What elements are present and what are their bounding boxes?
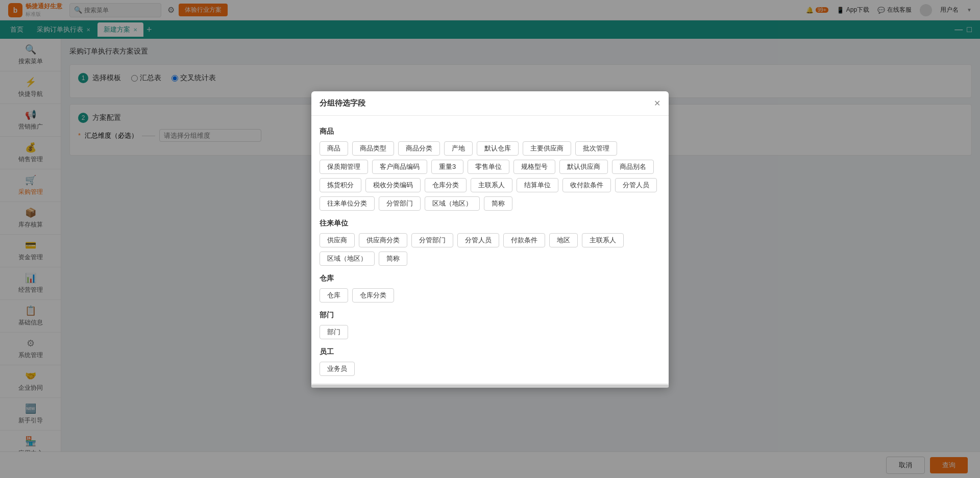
- dialog-title: 分组待选字段: [320, 98, 365, 108]
- dialog-overlay: 分组待选字段 ✕ 商品 商品 商品类型 商品分类 产地 默认仓库 主要供应商 批…: [0, 0, 980, 478]
- category-title-dept: 部门: [320, 311, 660, 320]
- field-tag[interactable]: 分管人员: [615, 178, 657, 192]
- horizontal-scrollbar[interactable]: [311, 384, 669, 387]
- field-tag[interactable]: 简称: [484, 196, 512, 211]
- field-tag[interactable]: 收付款条件: [562, 178, 611, 192]
- product-fields: 商品 商品类型 商品分类 产地 默认仓库 主要供应商 批次管理 保质期管理 客户…: [320, 141, 660, 211]
- field-select-dialog: 分组待选字段 ✕ 商品 商品 商品类型 商品分类 产地 默认仓库 主要供应商 批…: [311, 91, 669, 387]
- dept-fields: 部门: [320, 325, 660, 339]
- category-title-partner: 往来单位: [320, 219, 660, 228]
- field-tag[interactable]: 主联系人: [471, 178, 512, 192]
- field-tag[interactable]: 仓库分类: [352, 288, 394, 303]
- field-tag[interactable]: 拣货积分: [320, 178, 361, 192]
- field-tag[interactable]: 税收分类编码: [365, 178, 421, 192]
- field-tag[interactable]: 付款条件: [503, 233, 545, 247]
- partner-fields: 供应商 供应商分类 分管部门 分管人员 付款条件 地区 主联系人 区域（地区） …: [320, 233, 660, 266]
- field-tag[interactable]: 地区: [549, 233, 578, 247]
- field-tag[interactable]: 默认仓库: [477, 141, 519, 156]
- field-tag[interactable]: 商品: [320, 141, 348, 156]
- category-title-product: 商品: [320, 127, 660, 136]
- field-tag[interactable]: 客户商品编码: [372, 160, 427, 174]
- category-title-employee: 员工: [320, 347, 660, 357]
- field-tag[interactable]: 部门: [320, 325, 348, 339]
- dialog-header: 分组待选字段 ✕: [311, 91, 669, 116]
- field-tag[interactable]: 往来单位分类: [320, 196, 375, 211]
- field-tag[interactable]: 保质期管理: [320, 160, 368, 174]
- field-tag[interactable]: 零售单位: [468, 160, 509, 174]
- field-tag[interactable]: 主联系人: [582, 233, 624, 247]
- field-tag[interactable]: 分管部门: [379, 196, 421, 211]
- scrollbar-thumb[interactable]: [311, 385, 669, 388]
- field-tag[interactable]: 商品类型: [352, 141, 394, 156]
- field-tag[interactable]: 区域（地区）: [425, 196, 480, 211]
- field-tag[interactable]: 结算单位: [517, 178, 558, 192]
- field-tag[interactable]: 默认供应商: [559, 160, 608, 174]
- employee-fields: 业务员: [320, 362, 660, 376]
- field-tag[interactable]: 业务员: [320, 362, 355, 376]
- field-tag[interactable]: 区域（地区）: [320, 251, 375, 266]
- field-tag[interactable]: 重量3: [431, 160, 463, 174]
- field-tag[interactable]: 商品分类: [398, 141, 440, 156]
- dialog-close-button[interactable]: ✕: [654, 98, 660, 108]
- field-tag[interactable]: 批次管理: [575, 141, 617, 156]
- field-tag[interactable]: 供应商: [320, 233, 355, 247]
- warehouse-fields: 仓库 仓库分类: [320, 288, 660, 303]
- category-title-warehouse: 仓库: [320, 274, 660, 283]
- field-tag[interactable]: 主要供应商: [523, 141, 571, 156]
- field-tag[interactable]: 简称: [379, 251, 407, 266]
- dialog-body: 商品 商品 商品类型 商品分类 产地 默认仓库 主要供应商 批次管理 保质期管理…: [311, 116, 669, 384]
- field-tag[interactable]: 仓库分类: [425, 178, 467, 192]
- field-tag[interactable]: 规格型号: [513, 160, 555, 174]
- field-tag[interactable]: 分管人员: [457, 233, 499, 247]
- field-tag[interactable]: 分管部门: [411, 233, 453, 247]
- field-tag[interactable]: 仓库: [320, 288, 348, 303]
- field-tag[interactable]: 商品别名: [612, 160, 654, 174]
- field-tag[interactable]: 产地: [444, 141, 473, 156]
- field-tag[interactable]: 供应商分类: [359, 233, 407, 247]
